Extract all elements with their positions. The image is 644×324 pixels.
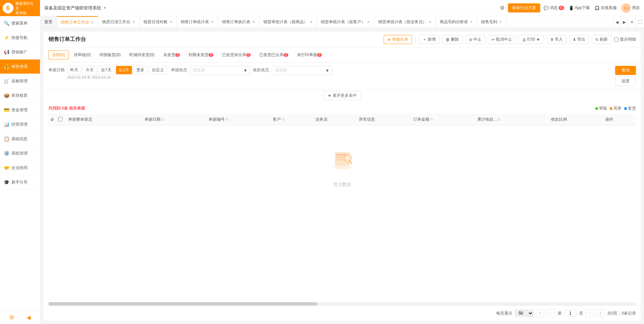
sidebar-search-label: 搜索菜单 [11, 21, 28, 26]
show-detail-checkbox[interactable] [614, 37, 618, 42]
tabs-maximize-btn[interactable]: ⛶ [636, 16, 644, 28]
payment-filter-select[interactable]: 请选择 ▼ [272, 66, 332, 75]
sub-tab-wangpu-pending[interactable]: 旺铺待发货(0) [126, 50, 158, 59]
app-download-btn[interactable]: 📱 App下载 [569, 5, 590, 11]
tab-cash-daily[interactable]: 钱货日清工作台✕ [98, 16, 139, 28]
sub-tab-shipped-not-out[interactable]: 已发货未出库0 [218, 50, 255, 59]
tab-gross-profit-close-icon[interactable]: ✕ [470, 20, 473, 24]
tab-cash-reconcile[interactable]: 钱货日清对账✕ [139, 16, 177, 28]
tab-sales-stats-close-icon[interactable]: ✕ [211, 20, 214, 24]
message-btn[interactable]: 💬 消息 6 [544, 5, 564, 11]
settings-btn[interactable]: 设置 [615, 76, 636, 86]
tab-cash-reconcile-close-icon[interactable]: ✕ [170, 20, 172, 24]
tab-sales-exec[interactable]: 销售订单执行表✕ [218, 16, 259, 28]
first-page-btn[interactable]: ⟪ [536, 309, 544, 317]
per-page-select[interactable]: 102050100 [515, 310, 533, 317]
sub-tab-pending-review[interactable]: 待审核(0) [70, 50, 95, 59]
tab-sales-summary-product[interactable]: 销货单统计表（按商品）✕ [259, 16, 317, 28]
import-btn[interactable]: ⬆ 导入 [547, 35, 566, 44]
table-action-review[interactable]: 审核 [595, 106, 607, 111]
table-action-unreviewed[interactable]: 充审 [610, 106, 621, 111]
tab-sales-summary-staff-close-icon[interactable]: ✕ [429, 20, 431, 24]
smart-create-btn[interactable]: ★ 智能生单 [384, 35, 412, 44]
sidebar-quick-nav-label: 快捷导航 [11, 35, 28, 41]
sidebar-item-guide[interactable]: 🎓新手引导 [0, 175, 40, 190]
tab-home[interactable]: 首页 [40, 16, 57, 28]
tab-sales-earn[interactable]: 销售毛利✕ [477, 16, 506, 28]
date-filter-btn-今天[interactable]: 今天 [83, 66, 97, 74]
tab-sales-summary-customer-close-icon[interactable]: ✕ [367, 20, 370, 24]
th-payment-ratio: 收款比例 [549, 114, 603, 125]
sub-tab-expired-not-shipped[interactable]: 到期未发货0 [185, 50, 217, 59]
next-page-btn[interactable]: › [586, 309, 594, 317]
prev-page-btn[interactable]: ‹ [547, 309, 555, 317]
date-filter-btn-昨天[interactable]: 昨天 [67, 66, 81, 74]
th-collected[interactable]: 累计收款... ⇅ [475, 114, 549, 125]
tab-sales-stats[interactable]: 销售订单统计表✕ [177, 16, 218, 28]
date-filter-btn-自定义[interactable]: 自定义 [149, 66, 167, 74]
tab-sales-exec-close-icon[interactable]: ✕ [252, 20, 255, 24]
user-avatar[interactable]: Ea 用友 [621, 3, 640, 13]
tab-gross-profit[interactable]: 商品毛利分析表✕ [436, 16, 477, 28]
sidebar-item-basic-info[interactable]: 📋基础信息 [0, 132, 40, 146]
th-operation-label: 操作 [605, 117, 613, 122]
sidebar-item-quick-nav[interactable]: ⚡快捷导航 [0, 31, 40, 45]
tab-sales-summary-staff[interactable]: 销货单统计表（按业务员）✕ [374, 16, 436, 28]
tabs-nav-btns: ◀ ▶ ✕ ⛶ [613, 16, 644, 28]
table-config-icon[interactable]: ⚙ [50, 117, 54, 122]
tab-sales-summary-product-close-icon[interactable]: ✕ [310, 20, 312, 24]
scrollbar-thumb[interactable] [48, 302, 317, 306]
th-amount[interactable]: 订单金额 ⇅ [411, 114, 475, 125]
sub-tab-all[interactable]: 全部(0) [48, 50, 69, 59]
sidebar-item-finance[interactable]: 💳资金管理 [0, 103, 40, 117]
tab-sales-earn-close-icon[interactable]: ✕ [499, 20, 502, 24]
tab-sales-summary-customer[interactable]: 销货单统计表（按客户）✕ [317, 16, 374, 28]
add-btn[interactable]: ＋ 新增 [419, 35, 439, 44]
industry-btn[interactable]: 体验行业方案 [508, 3, 540, 12]
status-filter-select[interactable]: 请选择 ▼ [190, 66, 250, 75]
tab-sales-order[interactable]: 销售订单工作台✕ [57, 16, 98, 28]
select-all-checkbox[interactable] [58, 117, 62, 121]
date-filter-btn-近1月[interactable]: 近1月 [116, 66, 132, 74]
tab-cash-daily-close-icon[interactable]: ✕ [132, 20, 135, 24]
sidebar-item-inventory[interactable]: 📦库存核算 [0, 88, 40, 103]
topbar-gear-icon[interactable]: ⚙ [500, 5, 505, 11]
sidebar-item-purchase[interactable]: 🛒采购管理 [0, 74, 40, 88]
sidebar-item-search[interactable]: 🔍搜索菜单 [0, 16, 40, 31]
stop-btn[interactable]: ⊘ 中止 [465, 35, 485, 44]
th-number[interactable]: 单据编号 ⇅ [207, 114, 271, 125]
sub-tab-not-printed[interactable]: 未打印单据0 [293, 50, 326, 59]
sidebar-settings-btn[interactable]: ⚙ [9, 314, 14, 321]
page-input[interactable]: 1 [564, 310, 576, 317]
sidebar-item-system[interactable]: ⚙️系统管理 [0, 146, 40, 161]
tab-sales-order-close-icon[interactable]: ✕ [91, 21, 94, 24]
cancel-stop-btn[interactable]: ↩ 取消中止 [488, 35, 516, 44]
sub-tab-pending-check[interactable]: 待拣验货(0) [96, 50, 124, 59]
sidebar-item-enterprise[interactable]: 🤝企业协同 [0, 161, 40, 175]
delete-btn[interactable]: 🗑 删除 [442, 35, 463, 44]
th-date[interactable]: 单据日期 ⇅ [142, 114, 207, 125]
query-btn[interactable]: 查询 [615, 66, 636, 75]
horizontal-scrollbar[interactable] [48, 302, 636, 306]
sidebar-item-operation[interactable]: 📊经营管理 [0, 117, 40, 132]
tab-sales-exec-label: 销售订单执行表 [222, 19, 250, 25]
table-action-ship[interactable]: 发货 [624, 106, 636, 111]
sidebar-item-sales[interactable]: 💰销售管理 [0, 59, 40, 74]
th-customer[interactable]: 客户 ⇅ [271, 114, 313, 125]
show-detail-label[interactable]: 显示明细 [614, 37, 636, 42]
sidebar-collapse-btn[interactable]: ◀ [27, 314, 31, 321]
export-btn[interactable]: ⬇ 导出 [569, 35, 589, 44]
print-btn[interactable]: 🖨 打印 ▼ [518, 35, 544, 44]
tabs-close-all-btn[interactable]: ✕ [628, 16, 636, 28]
last-page-btn[interactable]: ⟫ [597, 309, 605, 317]
tabs-prev-btn[interactable]: ◀ [613, 16, 620, 28]
tabs-next-btn[interactable]: ▶ [620, 16, 628, 28]
date-filter-btn-近7天[interactable]: 近7天 [98, 66, 115, 74]
sub-tab-not-shipped[interactable]: 未发货0 [160, 50, 184, 59]
online-service-btn[interactable]: 🎧 在线客服 [595, 5, 617, 11]
refresh-btn[interactable]: ↻ 刷新 [592, 35, 611, 44]
sidebar-item-marketing[interactable]: 📢营销推广 [0, 45, 40, 59]
sub-tab-shipped-out[interactable]: 已发货已出库0 [256, 50, 292, 59]
date-filter-btn-更多[interactable]: 更多 [133, 66, 147, 74]
expand-conditions-btn[interactable]: ▼ 展开更多条件 [323, 91, 361, 100]
